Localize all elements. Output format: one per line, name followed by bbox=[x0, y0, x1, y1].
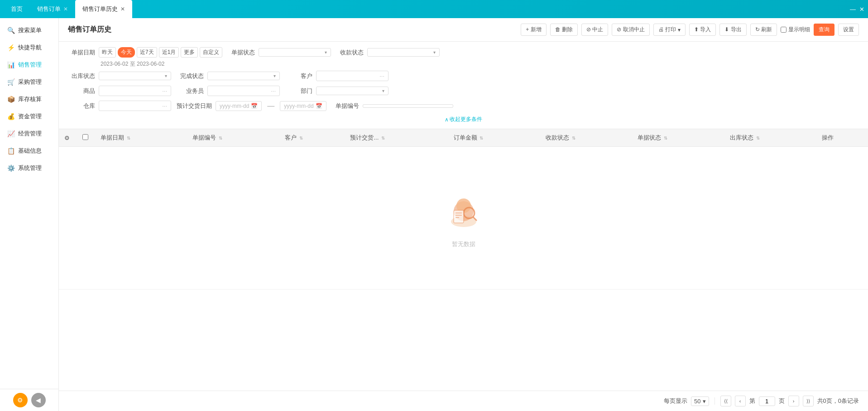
sidebar-item-search-menu[interactable]: 🔍 搜索菜单 bbox=[0, 22, 58, 39]
tab-sales-order-history[interactable]: 销售订单历史 ✕ bbox=[75, 0, 132, 18]
sidebar-item-sales-mgmt-label: 销售管理 bbox=[18, 61, 42, 69]
expected-date-start-input[interactable]: yyyy-mm-dd 📅 bbox=[216, 101, 262, 111]
sidebar-item-operations[interactable]: 📈 经营管理 bbox=[0, 125, 58, 142]
page-last-btn[interactable]: ⟩⟩ bbox=[803, 396, 814, 406]
page-label: 页 bbox=[779, 397, 785, 405]
th-delivery-status[interactable]: 出库状态 ⇅ bbox=[724, 129, 816, 147]
complete-status-arrow-icon: ▾ bbox=[273, 73, 276, 78]
page-title-row: 销售订单历史 + 新增 🗑 删除 ⊘ 中止 ⊘ 取消中止 🖨 bbox=[68, 24, 859, 36]
window-minimize-btn[interactable]: — bbox=[850, 6, 856, 13]
data-table: ⚙ 单据日期 ⇅ 单据编号 ⇅ bbox=[59, 129, 868, 290]
expected-date-end-input[interactable]: yyyy-mm-dd 📅 bbox=[280, 101, 326, 111]
stop-button[interactable]: ⊘ 中止 bbox=[581, 24, 608, 36]
th-bill-date[interactable]: 单据日期 ⇅ bbox=[95, 129, 187, 147]
toolbar: + 新增 🗑 删除 ⊘ 中止 ⊘ 取消中止 🖨 打印 ▾ bbox=[521, 24, 859, 36]
table-container: ⚙ 单据日期 ⇅ 单据编号 ⇅ bbox=[59, 129, 868, 391]
delivery-status-select[interactable]: ▾ bbox=[99, 72, 171, 80]
finance-icon: 💰 bbox=[7, 113, 14, 120]
shortcut-7days[interactable]: 近7天 bbox=[137, 47, 157, 58]
import-button[interactable]: ⬆ 导入 bbox=[689, 24, 716, 36]
sidebar-item-finance[interactable]: 💰 资金管理 bbox=[0, 108, 58, 125]
sort-expected-date-icon: ⇅ bbox=[381, 135, 385, 140]
sidebar-item-purchase-mgmt[interactable]: 🛒 采购管理 bbox=[0, 73, 58, 91]
department-select[interactable]: ▾ bbox=[316, 87, 388, 95]
refresh-button[interactable]: ↻ 刷新 bbox=[750, 24, 777, 36]
calendar-start-icon[interactable]: 📅 bbox=[251, 103, 258, 109]
inventory-icon: 📦 bbox=[7, 96, 14, 103]
cancel-stop-button[interactable]: ⊘ 取消中止 bbox=[612, 24, 649, 36]
print-button[interactable]: 🖨 打印 ▾ bbox=[653, 24, 686, 36]
bill-number-label: 单据编号 bbox=[332, 102, 359, 110]
query-button[interactable]: 查询 bbox=[814, 24, 834, 36]
customer-input[interactable]: ··· bbox=[316, 71, 388, 81]
search-menu-icon: 🔍 bbox=[7, 27, 14, 34]
collapse-button[interactable]: ∧ 收起更多条件 bbox=[445, 116, 482, 123]
select-all-checkbox[interactable] bbox=[82, 134, 88, 140]
th-customer[interactable]: 客户 ⇅ bbox=[279, 129, 345, 147]
shortcut-yesterday[interactable]: 昨天 bbox=[99, 47, 116, 58]
product-input[interactable]: ··· bbox=[99, 86, 171, 96]
page-size-label: 每页显示 bbox=[664, 397, 687, 405]
sort-order-amount-icon: ⇅ bbox=[480, 135, 483, 140]
sidebar-item-system[interactable]: ⚙️ 系统管理 bbox=[0, 160, 58, 177]
new-button[interactable]: + 新增 bbox=[521, 24, 546, 36]
sidebar-item-purchase-mgmt-label: 采购管理 bbox=[18, 78, 42, 86]
settings-icon[interactable]: ⚙ bbox=[64, 135, 70, 141]
export-button[interactable]: ⬇ 导出 bbox=[719, 24, 746, 36]
page-first-btn[interactable]: ⟨⟨ bbox=[720, 396, 731, 406]
empty-state-row: 暂无数据 bbox=[59, 147, 868, 290]
filter-field-date: 单据日期 昨天 今天 近7天 近1月 更多 自定义 bbox=[68, 47, 222, 58]
page-number-input[interactable] bbox=[759, 396, 775, 406]
th-order-amount[interactable]: 订单金额 ⇅ bbox=[448, 129, 540, 147]
sort-delivery-status-icon: ⇅ bbox=[756, 135, 760, 140]
content-area: 销售订单历史 + 新增 🗑 删除 ⊘ 中止 ⊘ 取消中止 🖨 bbox=[59, 18, 868, 411]
sidebar-item-quick-nav[interactable]: ⚡ 快捷导航 bbox=[0, 39, 58, 56]
page-prev-btn[interactable]: ‹ bbox=[735, 396, 746, 406]
salesperson-input[interactable]: ··· bbox=[207, 86, 280, 96]
th-expected-date[interactable]: 预计交货... ⇅ bbox=[345, 129, 448, 147]
show-detail-checkbox[interactable]: 显示明细 bbox=[781, 26, 810, 34]
th-settings[interactable]: ⚙ bbox=[59, 129, 77, 147]
complete-status-select[interactable]: ▾ bbox=[207, 72, 280, 80]
page-title: 销售订单历史 bbox=[68, 25, 111, 34]
page-size-select[interactable]: 50 ▾ bbox=[691, 396, 709, 406]
sidebar-item-sales-mgmt[interactable]: 📊 销售管理 bbox=[0, 56, 58, 73]
th-bill-status[interactable]: 单据状态 ⇅ bbox=[632, 129, 724, 147]
empty-state-cell: 暂无数据 bbox=[59, 147, 868, 290]
bill-number-input[interactable] bbox=[363, 104, 453, 108]
payment-status-select[interactable]: ▾ bbox=[367, 48, 440, 57]
show-detail-input[interactable] bbox=[781, 27, 786, 33]
warehouse-input[interactable]: ··· bbox=[99, 101, 171, 111]
tab-sales-order[interactable]: 销售订单 ✕ bbox=[30, 0, 75, 18]
filter-field-delivery-status: 出库状态 ▾ bbox=[68, 72, 171, 80]
shortcut-more[interactable]: 更多 bbox=[181, 47, 198, 58]
sidebar-item-basic-info[interactable]: 📋 基础信息 bbox=[0, 142, 58, 160]
page-next-btn[interactable]: › bbox=[788, 396, 799, 406]
shortcut-1month[interactable]: 近1月 bbox=[159, 47, 179, 58]
shortcut-today[interactable]: 今天 bbox=[118, 47, 135, 58]
empty-text: 暂无数据 bbox=[452, 240, 475, 248]
tab-sales-order-history-close[interactable]: ✕ bbox=[120, 6, 125, 12]
sidebar-collapse-btn[interactable]: ◀ bbox=[31, 393, 46, 407]
filter-row-2: 出库状态 ▾ 完成状态 ▾ 客户 bbox=[68, 71, 859, 81]
window-close-btn[interactable]: ✕ bbox=[859, 6, 864, 13]
bill-status-arrow-icon: ▾ bbox=[325, 50, 327, 55]
sidebar-item-inventory[interactable]: 📦 库存核算 bbox=[0, 91, 58, 108]
filter-date-range-row: 2023-06-02 至 2023-06-02 bbox=[68, 60, 859, 68]
th-bill-number[interactable]: 单据编号 ⇅ bbox=[187, 129, 279, 147]
th-payment-status[interactable]: 收款状态 ⇅ bbox=[540, 129, 632, 147]
tab-home[interactable]: 首页 bbox=[4, 0, 30, 18]
salesperson-dots-icon: ··· bbox=[271, 87, 276, 94]
settings-button[interactable]: 设置 bbox=[838, 24, 859, 36]
payment-status-label: 收款状态 bbox=[336, 48, 364, 57]
bill-status-select[interactable]: ▾ bbox=[259, 48, 331, 57]
tab-sales-order-close[interactable]: ✕ bbox=[63, 6, 68, 12]
sort-bill-number-icon: ⇅ bbox=[219, 135, 222, 140]
th-checkbox[interactable] bbox=[77, 129, 95, 147]
shortcut-custom[interactable]: 自定义 bbox=[200, 47, 222, 58]
main-layout: 🔍 搜索菜单 ⚡ 快捷导航 📊 销售管理 🛒 采购管理 📦 库存核算 💰 资金管… bbox=[0, 18, 868, 411]
sidebar-item-operations-label: 经营管理 bbox=[18, 130, 42, 138]
sidebar-settings-btn[interactable]: ⚙ bbox=[13, 393, 28, 407]
delete-button[interactable]: 🗑 删除 bbox=[550, 24, 578, 36]
calendar-end-icon[interactable]: 📅 bbox=[316, 103, 322, 109]
